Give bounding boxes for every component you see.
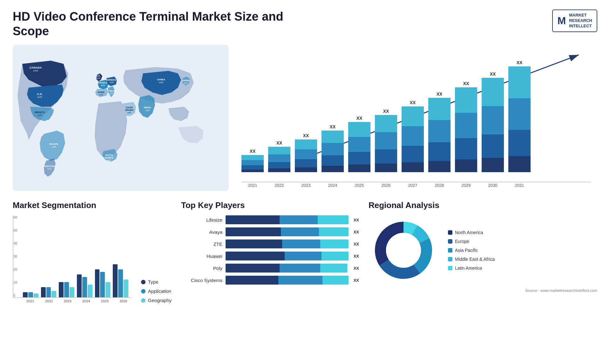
seg-bar bbox=[64, 282, 69, 297]
svg-text:xx%: xx% bbox=[101, 84, 105, 86]
chart-x-label: 2029 bbox=[455, 183, 477, 188]
seg-chart: 0 10 20 30 40 50 60 bbox=[13, 215, 132, 298]
bar-segment bbox=[455, 159, 477, 172]
bar-segment bbox=[241, 155, 264, 160]
bar-xx-label: XX bbox=[490, 71, 496, 77]
reg-legend-label: Europe bbox=[455, 239, 469, 244]
reg-legend-label: Middle East & Africa bbox=[455, 257, 495, 262]
player-bar-segment bbox=[226, 252, 285, 260]
bar-segment bbox=[295, 139, 317, 149]
bar-group-2029: XX bbox=[455, 81, 477, 172]
player-bar-segment bbox=[280, 215, 318, 224]
seg-bar-group-2024 bbox=[77, 274, 92, 297]
bar-segment bbox=[482, 158, 504, 172]
bar-segment bbox=[295, 149, 317, 159]
segmentation-section: Market Segmentation 0 10 20 30 40 50 60 … bbox=[13, 200, 172, 303]
bar-segment bbox=[322, 143, 344, 155]
legend-dot bbox=[141, 280, 146, 284]
bottom-row: Market Segmentation 0 10 20 30 40 50 60 … bbox=[13, 200, 597, 303]
player-bar-segment bbox=[281, 227, 319, 236]
seg-bar bbox=[82, 277, 87, 297]
players-chart: LifesizeXXAvayaXXZTEXXHuaweiXXPolyXXCisc… bbox=[181, 215, 359, 285]
logo: M MARKET RESEARCH INTELLECT bbox=[552, 10, 597, 32]
bar-stack bbox=[482, 78, 504, 172]
seg-bar bbox=[105, 282, 110, 297]
seg-bar-group-2026 bbox=[113, 264, 128, 297]
seg-bar-group-2021 bbox=[23, 292, 38, 297]
player-bar-segment bbox=[226, 264, 280, 273]
seg-bar bbox=[118, 269, 123, 297]
reg-legend-item: North America bbox=[448, 230, 495, 235]
bar-group-2022: XX bbox=[268, 140, 290, 172]
reg-legend-item: Europe bbox=[448, 239, 495, 244]
bar-group-2027: XX bbox=[402, 100, 424, 172]
svg-text:MEXICO: MEXICO bbox=[35, 111, 45, 114]
player-xx-label: XX bbox=[354, 242, 359, 246]
svg-text:xx%: xx% bbox=[97, 77, 101, 79]
chart-x-label: 2030 bbox=[482, 183, 504, 188]
bar-stack bbox=[348, 122, 370, 172]
bar-segment bbox=[348, 122, 370, 137]
bar-segment bbox=[402, 162, 424, 172]
regional-legend: North AmericaEuropeAsia PacificMiddle Ea… bbox=[448, 230, 495, 271]
bar-segment bbox=[508, 66, 531, 98]
bar-segment bbox=[268, 162, 290, 168]
bar-stack bbox=[402, 106, 424, 172]
player-bar-wrap bbox=[226, 227, 349, 236]
bar-stack bbox=[428, 98, 451, 172]
player-bar-wrap bbox=[226, 252, 349, 260]
bar-segment bbox=[268, 168, 290, 172]
bar-segment bbox=[268, 147, 290, 154]
svg-text:AFRICA: AFRICA bbox=[105, 157, 113, 159]
bar-segment bbox=[455, 87, 477, 113]
player-row: AvayaXX bbox=[181, 227, 359, 236]
bar-chart-container: XXXXXXXXXXXXXXXXXXXXXX bbox=[241, 62, 591, 182]
reg-legend-dot bbox=[448, 248, 452, 253]
svg-text:xx%: xx% bbox=[99, 94, 103, 96]
player-bar-segment bbox=[282, 239, 320, 248]
bar-stack bbox=[241, 155, 264, 172]
reg-legend-item: Middle East & Africa bbox=[448, 257, 495, 262]
reg-legend-item: Latin America bbox=[448, 266, 495, 271]
player-bar-segment bbox=[226, 276, 278, 285]
seg-bar-group-2022 bbox=[41, 287, 57, 297]
svg-text:xx%: xx% bbox=[110, 81, 114, 84]
chart-x-label: 2025 bbox=[348, 183, 370, 188]
bar-xx-label: XX bbox=[463, 81, 469, 86]
bar-segment bbox=[482, 106, 504, 134]
player-bar-segment bbox=[226, 227, 281, 236]
bar-group-2021: XX bbox=[241, 149, 264, 172]
segmentation-title: Market Segmentation bbox=[13, 200, 172, 210]
chart-x-label: 2027 bbox=[402, 183, 424, 188]
player-bar-segment bbox=[318, 215, 349, 224]
bar-segment bbox=[428, 120, 451, 142]
seg-x-label: 2026 bbox=[115, 299, 132, 303]
growth-chart: XXXXXXXXXXXXXXXXXXXXXX 20212022202320242… bbox=[238, 45, 597, 191]
player-bar-wrap bbox=[226, 215, 349, 224]
bar-segment bbox=[482, 134, 504, 158]
bar-group-2028: XX bbox=[428, 91, 451, 172]
svg-text:xx%: xx% bbox=[52, 146, 56, 148]
player-xx-label: XX bbox=[354, 266, 359, 271]
player-bar-segment bbox=[320, 239, 349, 248]
logo-text: MARKET RESEARCH INTELLECT bbox=[569, 13, 592, 29]
bar-segment bbox=[375, 115, 397, 132]
player-bar-segment bbox=[319, 227, 349, 236]
reg-legend-dot bbox=[448, 257, 452, 261]
bar-segment bbox=[508, 130, 531, 156]
players-section: Top Key Players LifesizeXXAvayaXXZTEXXHu… bbox=[181, 200, 359, 303]
svg-text:SPAIN: SPAIN bbox=[98, 91, 105, 93]
svg-text:xx%: xx% bbox=[184, 82, 188, 84]
bar-stack bbox=[295, 139, 317, 172]
seg-y-labels: 0 10 20 30 40 50 60 bbox=[13, 215, 17, 297]
seg-x-label: 2025 bbox=[97, 299, 113, 303]
reg-legend-dot bbox=[448, 266, 452, 270]
legend-label: Geography bbox=[148, 298, 172, 303]
bar-segment bbox=[508, 156, 531, 172]
seg-bar bbox=[59, 282, 64, 297]
bar-segment bbox=[482, 78, 504, 106]
svg-text:U.K.: U.K. bbox=[96, 75, 101, 77]
svg-text:xx%: xx% bbox=[33, 69, 38, 72]
seg-x-label: 2021 bbox=[22, 299, 38, 303]
seg-bar bbox=[41, 287, 46, 297]
